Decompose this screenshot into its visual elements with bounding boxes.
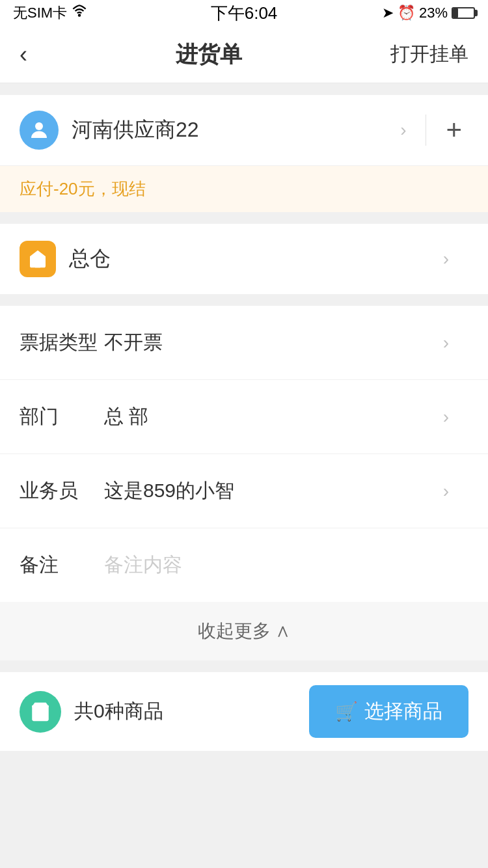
warehouse-chevron-icon: › [443,249,449,269]
invoice-type-label: 票据类型 [20,329,104,356]
department-value: 总 部 [104,403,443,430]
open-pending-button[interactable]: 打开挂单 [390,41,468,68]
remark-input[interactable]: 备注内容 [104,552,468,578]
notice-text: 应付-20元，现结 [20,179,146,198]
supplier-chevron-icon: › [400,120,406,141]
remark-row[interactable]: 备注 备注内容 [0,528,488,602]
salesperson-value: 这是859的小智 [104,478,443,504]
remark-label: 备注 [20,552,104,578]
warehouse-icon [20,241,56,277]
svg-point-1 [35,122,43,130]
product-count-label: 共0种商品 [74,698,296,725]
select-product-label: 选择商品 [364,698,442,725]
product-cart-icon [20,691,61,733]
salesperson-row[interactable]: 业务员 这是859的小智 › [0,454,488,528]
section-gap-3 [0,294,488,306]
location-icon: ➤ [382,5,394,21]
alarm-icon: ⏰ [398,5,415,21]
invoice-type-value: 不开票 [104,329,443,356]
section-gap-4 [0,660,488,672]
warehouse-section[interactable]: 总仓 › [0,224,488,294]
supplier-section: 河南供应商22 › + 应付-20元，现结 [0,95,488,212]
nav-bar: ‹ 进货单 打开挂单 [0,26,488,83]
status-left: 无SIM卡 [13,3,87,23]
department-chevron-icon: › [443,407,449,427]
status-right: ➤ ⏰ 23% [382,5,475,21]
select-product-button[interactable]: 🛒 选择商品 [309,685,468,738]
select-product-icon: 🛒 [335,701,358,722]
collapse-row[interactable]: 收起更多 ∧ [0,602,488,660]
section-gap-1 [0,83,488,95]
divider [426,115,426,146]
invoice-type-row[interactable]: 票据类型 不开票 › [0,306,488,379]
supplier-row[interactable]: 河南供应商22 › + [0,95,488,166]
collapse-label: 收起更多 ∧ [198,619,291,644]
back-button[interactable]: ‹ [20,41,27,68]
warehouse-row[interactable]: 总仓 › [0,224,488,294]
carrier-label: 无SIM卡 [13,3,67,23]
department-label: 部门 [20,403,104,430]
status-time: 下午6:04 [211,2,278,25]
wifi-icon [72,4,87,22]
supplier-avatar [20,111,59,150]
svg-point-0 [79,14,80,16]
warehouse-name: 总仓 [69,245,443,273]
department-row[interactable]: 部门 总 部 › [0,379,488,454]
battery-icon [452,7,475,19]
add-supplier-button[interactable]: + [439,115,468,146]
supplier-name: 河南供应商22 [72,116,400,144]
notice-banner: 应付-20元，现结 [0,166,488,212]
page-title: 进货单 [176,40,242,70]
salesperson-label: 业务员 [20,478,104,504]
status-bar: 无SIM卡 下午6:04 ➤ ⏰ 23% [0,0,488,26]
product-bar: 共0种商品 🛒 选择商品 [0,672,488,751]
battery-label: 23% [419,5,448,21]
section-gap-2 [0,212,488,224]
invoice-type-chevron-icon: › [443,332,449,353]
salesperson-chevron-icon: › [443,481,449,502]
form-section: 票据类型 不开票 › 部门 总 部 › 业务员 这是859的小智 › 备注 备注… [0,306,488,602]
empty-content-area [0,751,488,868]
